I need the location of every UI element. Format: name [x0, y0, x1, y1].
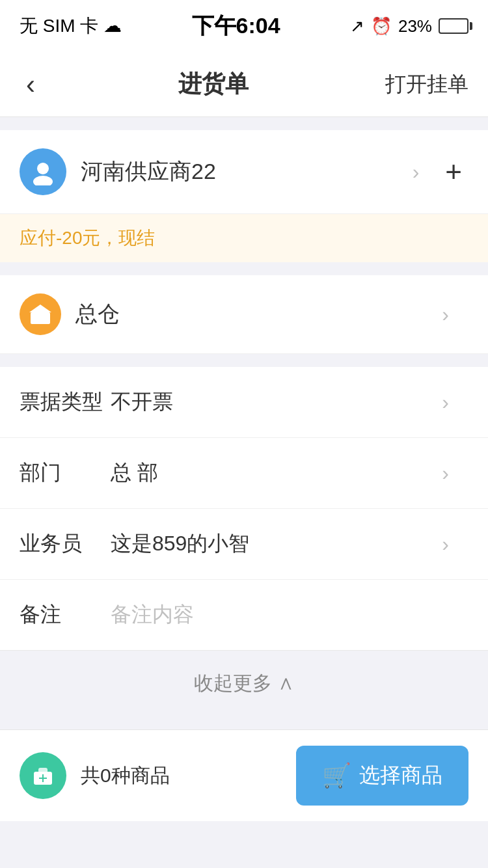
- page-title: 进货单: [178, 68, 249, 100]
- select-product-button[interactable]: 🛒 选择商品: [296, 746, 468, 806]
- notice-text: 应付-20元，现结: [20, 228, 155, 248]
- status-bar: 无 SIM 卡 ☁ 下午6:04 ↗ ⏰ 23%: [0, 0, 488, 52]
- section-gap-3: [0, 354, 488, 367]
- battery-percent: 23%: [398, 16, 432, 36]
- svg-rect-2: [31, 312, 50, 324]
- alarm-icon: ⏰: [371, 16, 392, 36]
- add-supplier-button[interactable]: +: [439, 156, 468, 188]
- svg-point-0: [37, 163, 49, 174]
- section-gap-2: [0, 262, 488, 275]
- remark-row[interactable]: 备注 备注内容: [0, 580, 488, 650]
- nav-bar: ‹ 进货单 打开挂单: [0, 52, 488, 117]
- remark-label: 备注: [20, 601, 111, 629]
- department-chevron-icon: ›: [442, 461, 449, 485]
- supplier-name: 河南供应商22: [81, 157, 413, 187]
- invoice-type-row[interactable]: 票据类型 不开票 ›: [0, 367, 488, 438]
- supplier-avatar: [20, 148, 66, 195]
- empty-space: [0, 821, 488, 868]
- status-right: ↗ ⏰ 23%: [350, 16, 468, 36]
- section-gap-1: [0, 117, 488, 130]
- collapse-button[interactable]: 收起更多 ∧: [0, 650, 488, 716]
- invoice-type-chevron-icon: ›: [442, 390, 449, 414]
- svg-marker-3: [29, 305, 51, 312]
- remark-value: 备注内容: [111, 601, 468, 629]
- select-product-label: 选择商品: [359, 761, 442, 790]
- svg-rect-5: [38, 768, 47, 773]
- warehouse-row[interactable]: 总仓 ›: [0, 275, 488, 354]
- salesperson-row[interactable]: 业务员 这是859的小智 ›: [0, 509, 488, 580]
- supplier-chevron-icon: ›: [413, 160, 420, 184]
- open-pending-button[interactable]: 打开挂单: [385, 70, 468, 99]
- salesperson-value: 这是859的小智: [111, 530, 442, 558]
- location-icon: ↗: [350, 16, 364, 36]
- form-section: 票据类型 不开票 › 部门 总 部 › 业务员 这是859的小智 › 备注 备注…: [0, 367, 488, 650]
- bottom-bar: 共0种商品 🛒 选择商品: [0, 729, 488, 821]
- product-icon: [20, 752, 66, 799]
- sim-status: 无 SIM 卡 ☁: [20, 14, 122, 38]
- salesperson-chevron-icon: ›: [442, 532, 449, 556]
- status-time: 下午6:04: [192, 11, 280, 41]
- department-row[interactable]: 部门 总 部 ›: [0, 438, 488, 509]
- status-left: 无 SIM 卡 ☁: [20, 14, 122, 38]
- warehouse-icon: [20, 293, 61, 335]
- supplier-row[interactable]: 河南供应商22 › +: [0, 130, 488, 214]
- invoice-type-value: 不开票: [111, 388, 442, 416]
- svg-point-1: [33, 176, 53, 185]
- back-button[interactable]: ‹: [20, 62, 42, 107]
- salesperson-label: 业务员: [20, 530, 111, 558]
- warehouse-chevron-icon: ›: [442, 303, 449, 327]
- battery-icon: [439, 18, 468, 34]
- supplier-section: 河南供应商22 › + 应付-20元，现结: [0, 130, 488, 262]
- product-count: 共0种商品: [81, 763, 296, 789]
- notice-bar: 应付-20元，现结: [0, 214, 488, 262]
- invoice-type-label: 票据类型: [20, 388, 111, 416]
- cart-icon: 🛒: [322, 762, 351, 789]
- department-label: 部门: [20, 459, 111, 487]
- department-value: 总 部: [111, 459, 442, 487]
- warehouse-name: 总仓: [75, 299, 442, 329]
